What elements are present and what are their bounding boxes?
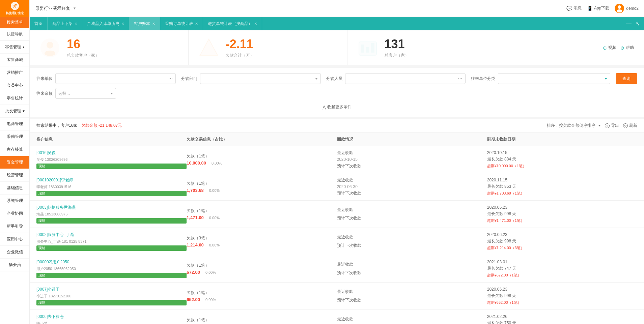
sidebar-item-purchase-mgmt[interactable]: 采购管理: [0, 130, 29, 143]
stat-info-total-debt: -2.11 欠款合计（万）: [226, 37, 254, 58]
due-info-1: 2020.11.15 最长欠款 853 天 超期¥1,703.68（1笔）: [487, 178, 637, 196]
tab-purchase-order[interactable]: 采购订单统计表 ×: [160, 17, 203, 30]
sidebar-item-member-center[interactable]: 会员中心: [0, 79, 29, 92]
unit-class-select[interactable]: [498, 73, 610, 84]
debt-amount-4: 672.00: [187, 270, 200, 275]
table-row: [0007]小进干 小进干 18279152100 现销 欠款（1笔） 652.…: [30, 283, 644, 310]
overdue-link-4[interactable]: 超期¥672.00（1笔）: [487, 273, 637, 278]
tab-produce-history[interactable]: 产成品入库单历史 ×: [82, 17, 129, 30]
overdue-link-2[interactable]: 超期¥1,471.00（1笔）: [487, 218, 637, 223]
sidebar-item-base-info[interactable]: 基础信息: [0, 182, 29, 195]
due-date-2: 2020.06.23: [487, 205, 637, 210]
debt-customers-icon: [40, 38, 60, 58]
tab-close-icon-5[interactable]: ×: [254, 21, 257, 26]
tabs-bar: 首页 商品上下架 × 产成品入库单历史 × 客户账本 × 采购订单统计表 × 进…: [30, 17, 644, 30]
debt-ratio-5: 0.00%: [205, 298, 216, 302]
customer-info-5: [0007]小进干 小进干 18279152100 现销: [36, 287, 187, 305]
tab-minimize-icon[interactable]: —: [625, 20, 633, 27]
sidebar-item-ecommerce[interactable]: 电商管理: [0, 118, 29, 130]
overdue-days-2: 最长欠款 998 天: [487, 211, 637, 217]
person-text-input[interactable]: [348, 76, 458, 81]
search-menu[interactable]: 搜索菜单: [0, 17, 29, 28]
overdue-link-3[interactable]: 超期¥1,214.00（3笔）: [487, 245, 637, 251]
tab-home[interactable]: 首页: [30, 17, 48, 30]
customer-tag-1: 现销: [36, 191, 187, 196]
chevron-down-icon-2: ▼: [22, 109, 25, 113]
chevron-down-icon-class: [605, 78, 607, 80]
collapse-button[interactable]: ⋀ 收起更多条件: [323, 104, 352, 110]
dept-select[interactable]: [200, 73, 320, 84]
sidebar-item-system[interactable]: 系统管理: [0, 195, 29, 207]
chevron-down-icon-sort: [598, 125, 601, 126]
from-unit-text-input[interactable]: [58, 76, 168, 81]
video-link[interactable]: ⊙ 视频: [603, 45, 616, 51]
sidebar-item-chang-member[interactable]: 畅会员: [0, 259, 29, 271]
unit-class-label: 往来单位分类: [471, 76, 495, 82]
sidebar-item-appstore[interactable]: 应用中心: [0, 233, 29, 246]
refresh-button[interactable]: ↻ 刷新: [623, 123, 637, 128]
customer-name-0[interactable]: [0016]吴俊: [36, 150, 187, 156]
sidebar-item-enterprise[interactable]: 企业协同: [0, 207, 29, 220]
app-download-btn[interactable]: 📱 App下载: [587, 5, 609, 11]
overdue-days-0: 最长欠款 884 天: [487, 156, 637, 162]
sidebar-item-retail-mgmt[interactable]: 零售管理 ▲: [0, 41, 29, 54]
debt-ratio-4: 0.00%: [205, 270, 216, 274]
sidebar-item-finance[interactable]: 资金管理: [0, 156, 29, 169]
sidebar-item-marketing[interactable]: 营销推广: [0, 66, 29, 79]
overdue-link-5[interactable]: 超期¥652.00（1笔）: [487, 300, 637, 305]
tab-controls: — ⤡: [625, 20, 644, 28]
stat-info-total-customers: 131 总客户（家）: [385, 37, 409, 58]
export-button[interactable]: ○ 导出: [605, 123, 619, 128]
customer-name-6[interactable]: [0006]去下粮仓: [36, 314, 187, 320]
quick-nav[interactable]: 快捷导航: [0, 28, 29, 41]
tab-customer-account[interactable]: 客户账本 ×: [129, 17, 160, 30]
customer-name-2[interactable]: [0003]畅捷服务尹海燕: [36, 205, 187, 210]
person-input[interactable]: ···: [345, 73, 466, 84]
from-unit-input[interactable]: ···: [55, 73, 176, 84]
help-link[interactable]: ⊘ 帮助: [620, 45, 634, 51]
due-date-1: 2020.11.15: [487, 178, 637, 182]
dropdown-arrow-icon[interactable]: ▼: [73, 6, 76, 10]
tab-close-icon-3[interactable]: ×: [152, 21, 155, 26]
overdue-link-1[interactable]: 超期¥1,703.68（1笔）: [487, 191, 637, 196]
tab-close-icon[interactable]: ×: [75, 21, 77, 26]
tab-maximize-icon[interactable]: ⤡: [634, 20, 641, 28]
customer-name-3[interactable]: [0002]服务中心_丁磊: [36, 232, 187, 238]
tab-product-listing[interactable]: 商品上下架 ×: [48, 17, 82, 30]
sidebar-item-retail-mall[interactable]: 零售商城: [0, 54, 29, 66]
sidebar-item-wholesale-mgmt[interactable]: 批发管理 ▼: [0, 105, 29, 118]
topbar: 母婴行业演示账套 ▼ 💬 消息 📱 App下载 demo2: [30, 0, 644, 17]
balance-select[interactable]: 选择...: [55, 88, 116, 99]
overdue-link-0[interactable]: 超期¥10,000.00（1笔）: [487, 164, 637, 169]
sidebar-item-ops[interactable]: 经营管理: [0, 169, 29, 182]
refresh-icon: ↻: [623, 123, 628, 128]
sidebar-item-inventory[interactable]: 库存核算: [0, 143, 29, 156]
recovery-info-5: 最近收款 预计下次收款: [337, 289, 487, 303]
topbar-right: 💬 消息 📱 App下载 demo2: [566, 4, 639, 13]
help-icon: ⊘: [620, 45, 624, 51]
sort-selector[interactable]: 排序：按欠款金额倒序排序: [547, 123, 601, 128]
sidebar-item-retail-stats[interactable]: 零售统计: [0, 92, 29, 105]
customer-tag-2: 现销: [36, 218, 187, 224]
tab-purchase-stats[interactable]: 进货单统计表（按商品） ×: [203, 17, 262, 30]
sidebar-item-enterprise-wechat[interactable]: 企业微信: [0, 246, 29, 259]
user-avatar[interactable]: demo2: [615, 4, 639, 13]
sidebar-item-newbie[interactable]: 新手引导: [0, 220, 29, 233]
tab-close-icon-4[interactable]: ×: [195, 21, 198, 26]
from-unit-more-icon[interactable]: ···: [168, 76, 173, 82]
search-button[interactable]: 查询: [616, 73, 637, 84]
person-more-icon[interactable]: ···: [458, 76, 462, 82]
customer-info-2: [0003]畅捷服务尹海燕 海燕 18513066976 现销: [36, 205, 187, 224]
debt-customers-label: 总欠款客户（家）: [67, 53, 99, 58]
customer-name-1[interactable]: [0001020001]李老师: [36, 177, 187, 183]
customer-name-4[interactable]: [000002]用户2050: [36, 259, 187, 265]
last-collect-date-0: 2020-10-15: [337, 157, 487, 162]
debt-ratio-0: 0.00%: [212, 161, 222, 165]
recovery-info-6: 最近收款 预计下次收款: [337, 316, 487, 324]
tab-close-icon-2[interactable]: ×: [121, 21, 124, 26]
debt-count-0: 欠款（1笔）: [187, 153, 337, 159]
chevron-down-icon: ▲: [22, 45, 25, 49]
message-btn[interactable]: 💬 消息: [566, 5, 582, 11]
customer-name-5[interactable]: [0007]小进干: [36, 287, 187, 292]
debt-count-2: 欠款（1笔）: [187, 208, 337, 214]
